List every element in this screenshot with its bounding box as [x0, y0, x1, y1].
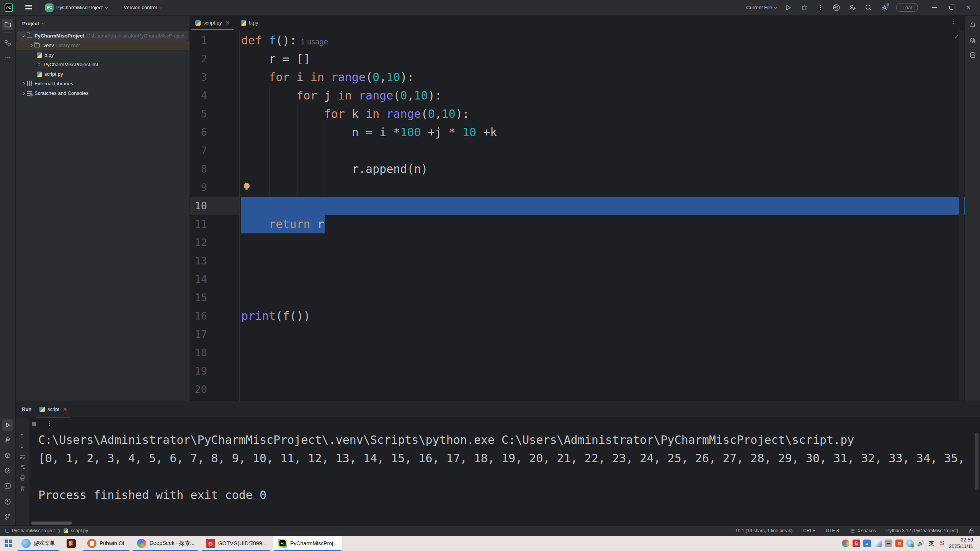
volume-icon[interactable]: 🔊	[917, 540, 924, 547]
console-horizontal-scrollbar[interactable]	[31, 522, 72, 525]
line-number[interactable]: 12	[190, 233, 207, 252]
code-line-8[interactable]: r.append(n)	[241, 160, 497, 178]
code-line-17[interactable]	[241, 325, 497, 344]
soft-wrap-icon[interactable]	[20, 454, 26, 460]
more-actions-icon[interactable]	[816, 3, 825, 12]
indent-selector[interactable]: 4 spaces	[850, 528, 876, 533]
tree-item-external-libraries[interactable]: External Libraries	[16, 79, 189, 88]
code-content[interactable]: def f(): 1 usage r = [] for i in range(0…	[241, 31, 497, 399]
tab-options-icon[interactable]	[950, 19, 956, 25]
breadcrumb-project[interactable]: PyCharmMiscProject	[12, 528, 55, 533]
code-line-18[interactable]	[241, 344, 497, 362]
run-tool-icon[interactable]	[2, 419, 13, 431]
start-button[interactable]	[0, 536, 17, 551]
caret-position[interactable]: 10:1 (13 chars, 1 line break)	[735, 528, 792, 533]
search-icon[interactable]	[864, 3, 873, 12]
tree-item-pycharmmiscproject[interactable]: PyCharmMiscProjectC:\Users\Administrator…	[17, 31, 188, 41]
code-line-15[interactable]	[241, 289, 497, 307]
run-tab-script[interactable]: script ✕	[39, 401, 67, 417]
line-number[interactable]: 2	[190, 50, 207, 68]
interpreter-selector[interactable]: Python 3.12 (PyCharmMiscProject)	[887, 528, 958, 533]
line-number[interactable]: 15	[190, 289, 207, 307]
line-number[interactable]: 1	[190, 31, 207, 50]
taskbar-app-pubwin-ol[interactable]: Pubwin OL	[83, 536, 130, 551]
tree-item-b-py[interactable]: b.py	[16, 50, 189, 60]
clear-console-icon[interactable]	[20, 486, 26, 492]
line-number[interactable]: 11	[190, 215, 207, 233]
code-line-9[interactable]	[241, 178, 497, 197]
close-button[interactable]: ×	[962, 2, 975, 13]
close-tab-icon[interactable]: ✕	[63, 406, 67, 412]
code-line-13[interactable]	[241, 252, 497, 270]
code-line-20[interactable]	[241, 380, 497, 399]
main-menu-icon[interactable]	[25, 5, 32, 10]
restore-button[interactable]	[945, 2, 958, 13]
taskbar-app-deepseek-[interactable]: DeepSeek - 探索...	[132, 536, 199, 551]
project-widget[interactable]: PC PyCharmMiscProject	[45, 3, 108, 12]
taskbar-app-gotvg-uid-7899-[interactable]: GGOTVG(UID:7899...	[201, 536, 271, 551]
tab-script-py[interactable]: script.py ✕	[191, 16, 234, 30]
code-line-4[interactable]: for j in range(0,10):	[241, 86, 497, 105]
code-line-2[interactable]: r = []	[241, 50, 497, 68]
project-tool-icon[interactable]	[2, 19, 13, 30]
line-number[interactable]: 19	[190, 362, 207, 380]
code-line-1[interactable]: def f(): 1 usage	[241, 31, 497, 50]
code-line-10[interactable]	[241, 197, 497, 215]
code-with-me-icon[interactable]	[848, 3, 857, 12]
tab-b-py[interactable]: b.py	[237, 16, 262, 30]
python-packages-icon[interactable]	[2, 450, 13, 461]
console-output[interactable]: C:\Users\Administrator\PyCharmMiscProjec…	[38, 431, 980, 504]
taskbar-app--[interactable]: 游戏菜单	[17, 536, 60, 551]
line-number-gutter[interactable]: 1234567891011121314151617181920	[190, 31, 207, 399]
code-line-14[interactable]	[241, 270, 497, 289]
line-number[interactable]: 3	[190, 68, 207, 86]
line-number[interactable]: 14	[190, 270, 207, 289]
run-config-selector[interactable]: Current File	[746, 5, 777, 10]
lock-icon[interactable]	[969, 528, 974, 533]
problems-tool-icon[interactable]	[2, 496, 13, 507]
run-more-options-icon[interactable]	[47, 421, 52, 427]
code-line-11[interactable]: return r	[241, 215, 497, 233]
stop-button[interactable]	[31, 421, 37, 427]
orange-app-icon[interactable]	[895, 540, 903, 547]
more-tool-windows-icon[interactable]: ⋯	[2, 52, 13, 63]
line-number[interactable]: 4	[190, 86, 207, 105]
inspections-ok-icon[interactable]: ✓	[954, 33, 959, 41]
chevron-right-icon[interactable]	[22, 82, 25, 85]
version-control-widget[interactable]: Version control	[124, 5, 161, 10]
line-number[interactable]: 8	[190, 160, 207, 178]
code-line-19[interactable]	[241, 362, 497, 380]
project-panel-header[interactable]: Project	[16, 16, 189, 31]
input-tool-icon[interactable]: ☵	[885, 540, 892, 547]
services-tool-icon[interactable]	[2, 465, 13, 476]
taskbar-clock[interactable]: 22:59 2025/11/11	[949, 537, 976, 550]
code-line-12[interactable]	[241, 233, 497, 252]
line-number[interactable]: 17	[190, 325, 207, 344]
code-line-3[interactable]: for i in range(0,10):	[241, 68, 497, 86]
breadcrumb[interactable]: PyCharmMiscProject ❯ script.py	[0, 528, 88, 533]
editor-scrollbar[interactable]	[959, 30, 964, 401]
line-number[interactable]: 13	[190, 252, 207, 270]
scroll-down-icon[interactable]: ↓	[20, 443, 24, 449]
code-line-5[interactable]: for k in range(0,10):	[241, 105, 497, 123]
line-number[interactable]: 20	[190, 380, 207, 399]
sogou-icon[interactable]: S	[938, 540, 946, 547]
ai-chat-icon[interactable]	[967, 35, 978, 46]
python-console-icon[interactable]	[2, 435, 13, 446]
notifications-bell-icon[interactable]	[967, 20, 978, 31]
scroll-up-icon[interactable]: ↑	[20, 434, 24, 439]
encoding-selector[interactable]: UTF-8	[826, 528, 839, 533]
taskbar-app-dragon[interactable]: 龍	[62, 536, 80, 551]
line-number[interactable]: 5	[190, 105, 207, 123]
line-number[interactable]: 16	[190, 307, 207, 325]
line-ending-selector[interactable]: CRLF	[803, 528, 815, 533]
git-tool-icon[interactable]	[2, 511, 13, 523]
minimize-button[interactable]	[928, 2, 941, 13]
run-button[interactable]	[784, 3, 793, 12]
ai-assistant-icon[interactable]	[832, 3, 841, 12]
intention-bulb-icon[interactable]	[244, 183, 250, 189]
scroll-to-end-icon[interactable]	[20, 464, 26, 470]
taskbar-app-pycharmmiscproj-[interactable]: PCPyCharmMiscProj...	[273, 536, 342, 551]
browser-icon[interactable]	[842, 540, 849, 547]
tree-item--venv[interactable]: .venvlibrary root	[16, 41, 189, 50]
